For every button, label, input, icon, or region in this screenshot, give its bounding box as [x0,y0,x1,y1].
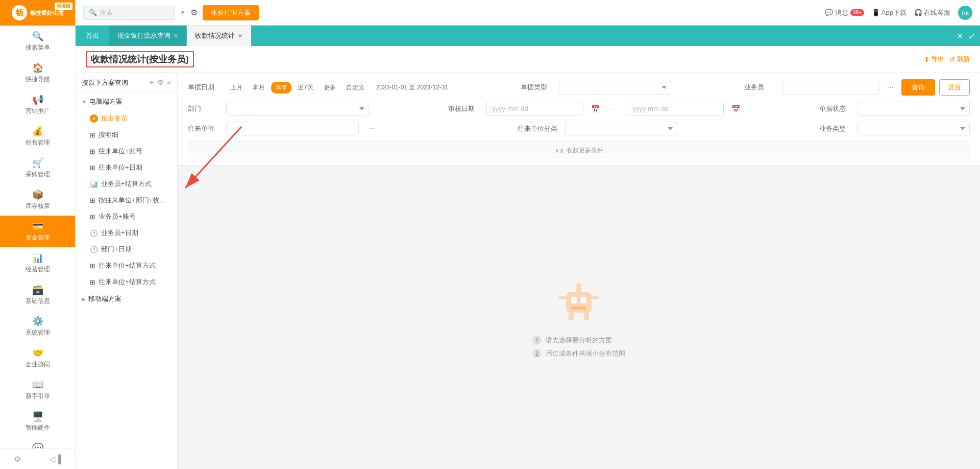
scheme-settings-icon[interactable]: ⚙ [157,78,164,87]
sidebar-item-wechat[interactable]: 💬 企业微信 [0,437,75,449]
scheme-item-salesman-date[interactable]: 🕐 业务员+日期 [76,225,177,241]
scheme-item-salesman-settle[interactable]: 📊 业务员+结算方式 [76,176,177,192]
sidebar-item-business[interactable]: 📊 经营管理 [0,247,75,279]
document-status-select[interactable] [857,102,970,115]
review-date-from-input[interactable] [486,102,583,115]
counterpart-more-icon[interactable]: ··· [369,124,376,133]
sidebar-item-system[interactable]: ⚙️ 系统管理 [0,311,75,342]
salesman-input[interactable] [782,81,879,95]
sidebar-item-label: 库存核算 [26,202,50,210]
page-header-actions: ⬆ 导出 ↺ 刷新 [924,55,970,64]
scheme-group-mobile: ▶ 移动端方案 [76,290,177,308]
export-button[interactable]: ⬆ 导出 [924,55,944,64]
gear-icon[interactable]: ⚙ [190,8,198,17]
clock2-icon: 🕐 [90,246,98,253]
settings-button[interactable]: 设置 [939,79,970,96]
tab2-close-icon[interactable]: ✕ [238,33,242,39]
app-download-btn[interactable]: 📱 App下载 [872,8,906,17]
user-area[interactable]: Rit [958,6,972,20]
date-btn-more[interactable]: 更多 [320,82,340,93]
sidebar-item-sales[interactable]: 💰 销售管理 [0,121,75,152]
close-window-icon[interactable]: ✕ [957,31,963,41]
date-btn-this-year[interactable]: 本年 [271,82,291,93]
counterpart-input[interactable] [226,122,359,135]
sidebar-item-basic[interactable]: 🗃️ 基础信息 [0,279,75,311]
salesman-more-icon[interactable]: ··· [887,83,894,92]
scheme-item-by-salesman[interactable]: ● 按业务员 [76,110,177,127]
business-type-select[interactable] [857,122,970,135]
calendar-to-icon[interactable]: 📅 [731,105,740,113]
document-type-label: 单据类型 [521,83,551,92]
tab1-close-icon[interactable]: ✕ [174,33,178,39]
tab-cash-flow[interactable]: 现金银行流水查询 ✕ [109,26,187,46]
svg-rect-9 [584,313,589,320]
date-btn-custom[interactable]: 自定义 [342,82,369,93]
add-scheme-icon[interactable]: + [150,78,154,87]
scheme-item-counterpart-settle2[interactable]: ⊞ 往来单位+结算方式 [76,274,177,290]
sidebar-item-purchase[interactable]: 🛒 采购管理 [0,152,75,184]
trial-button[interactable]: 体验行业方案 [203,5,259,20]
sidebar-nav: 🔍 搜索菜单 🏠 快捷导航 📢 营销推广 💰 销售管理 🛒 采购管理 📦 [0,26,75,449]
department-select[interactable] [226,102,369,115]
date-btn-this-month[interactable]: 本月 [249,82,269,93]
filter-actions: 查询 设置 [901,79,970,96]
document-type-select[interactable] [559,81,671,95]
calendar-from-icon[interactable]: 📅 [591,105,600,113]
scheme-item-counterpart-account[interactable]: ⊞ 往来单位+账号 [76,143,177,159]
sidebar-item-search-menu[interactable]: 🔍 搜索菜单 [0,26,75,57]
refresh-button[interactable]: ↺ 刷新 [949,55,970,64]
counterpart-category-select[interactable] [565,122,677,135]
empty-tips: 1 请先选择要分析的方案 2 用过滤条件来缩小分析范围 [532,336,625,358]
scheme-item-detail[interactable]: ⊞ 按明细 [76,127,177,143]
dropdown-arrow-icon[interactable]: ▼ [180,10,185,15]
sidebar-item-enterprise[interactable]: 🤝 企业协同 [0,342,75,374]
tab-home[interactable]: 首页 [76,26,109,46]
maximize-window-icon[interactable]: ⤢ [968,31,975,41]
date-btn-7days[interactable]: 近7天 [293,82,317,93]
empty-tip-2: 2 用过滤条件来缩小分析范围 [532,349,625,358]
sidebar-item-inventory[interactable]: 📦 库存核算 [0,184,75,216]
system-icon: ⚙️ [32,316,43,327]
panel-collapse-icon[interactable]: « [167,78,171,87]
collapse-button[interactable]: ∧∧ 收起更多条件 [188,142,970,159]
date-dash: — [607,105,619,112]
sidebar-item-label: 智能硬件 [26,424,50,432]
logo-text: 畅捷通好生意 标准版 [30,9,64,17]
svg-rect-3 [571,307,586,310]
query-button[interactable]: 查询 [901,79,935,96]
filter-row-1: 单据日期 上月 本月 本年 近7天 更多 自定义 2023-01-01 至 20… [188,79,970,96]
headset-icon: 🎧 [914,9,922,16]
grid3-icon: ⊞ [90,164,95,172]
toggle-bottom-icon[interactable]: ◁▐ [49,454,61,464]
scheme-group-mobile-header[interactable]: ▶ 移动端方案 [76,290,177,308]
review-date-to-input[interactable] [627,102,724,115]
export-icon: ⬆ [924,56,929,63]
active-scheme-dot: ● [90,114,98,123]
scheme-item-counterpart-date[interactable]: ⊞ 往来单位+日期 [76,159,177,176]
svg-rect-8 [569,313,574,320]
settings-bottom-icon[interactable]: ⚙ [14,454,21,464]
scheme-item-counterpart-dept[interactable]: ⊞ 按往来单位+部门+收... [76,192,177,208]
online-service-btn[interactable]: 🎧 在线客服 [914,8,950,17]
svg-rect-6 [558,296,566,299]
date-btn-last-month[interactable]: 上月 [226,82,247,93]
sidebar-item-hardware[interactable]: 🖥️ 智能硬件 [0,406,75,437]
messages-btn[interactable]: 💬 消息 99+ [825,8,864,17]
sidebar-item-quick-nav[interactable]: 🏠 快捷导航 [0,57,75,89]
scheme-group-desktop: ▼ 电脑端方案 ● 按业务员 ⊞ 按明细 ⊞ 往来单位+账号 [76,93,177,290]
main-area: 🔍 搜索 ▼ ⚙ 体验行业方案 💬 消息 99+ 📱 App下载 🎧 在线客服 [76,0,980,469]
scheme-item-dept-date[interactable]: 🕐 部门+日期 [76,241,177,257]
tab-collection-stats[interactable]: 收款情况统计 ✕ [187,26,251,46]
purchase-icon: 🛒 [32,157,43,169]
filter-date-group: 上月 本月 本年 近7天 更多 自定义 [226,82,369,93]
sidebar-item-finance[interactable]: 💳 资金管理 [0,216,75,247]
grid4-icon: ⊞ [90,197,95,204]
date-label: 单据日期 [188,83,218,92]
scheme-item-counterpart-settle1[interactable]: ⊞ 往来单位+结算方式 [76,257,177,274]
sidebar-item-marketing[interactable]: 📢 营销推广 [0,89,75,121]
scheme-group-desktop-header[interactable]: ▼ 电脑端方案 [76,93,177,110]
topbar-search[interactable]: 🔍 搜索 [83,6,175,20]
scheme-item-salesman-account[interactable]: ⊞ 业务员+账号 [76,208,177,225]
sidebar-item-guide[interactable]: 📖 新手引导 [0,374,75,406]
sidebar-item-label: 基础信息 [26,297,50,306]
